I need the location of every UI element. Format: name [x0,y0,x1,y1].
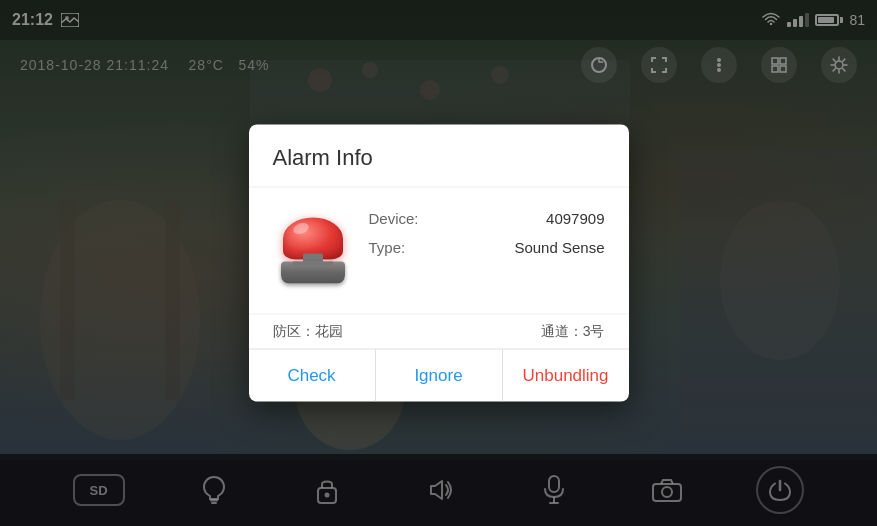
alarm-base [281,262,345,284]
info-rows: Device: 4097909 Type: Sound Sense [369,204,605,262]
channel-label: 通道：3号 [541,323,605,341]
alarm-icon-container [273,208,353,298]
dialog-body: Device: 4097909 Type: Sound Sense [249,188,629,314]
zone-channel-row: 防区：花园 通道：3号 [249,314,629,349]
check-button[interactable]: Check [249,350,376,402]
type-value: Sound Sense [514,239,604,256]
ignore-button[interactable]: Ignore [376,350,503,402]
alarm-info-dialog: Alarm Info Device: 4097909 Type: Sound S… [249,125,629,402]
device-value: 4097909 [546,210,604,227]
zone-label: 防区：花园 [273,323,343,341]
dialog-title: Alarm Info [249,125,629,188]
type-label: Type: [369,239,406,256]
alarm-light-icon [281,218,345,288]
type-row: Type: Sound Sense [369,233,605,262]
unbundling-button[interactable]: Unbundling [503,350,629,402]
dialog-actions: Check Ignore Unbundling [249,349,629,402]
device-row: Device: 4097909 [369,204,605,233]
device-label: Device: [369,210,419,227]
